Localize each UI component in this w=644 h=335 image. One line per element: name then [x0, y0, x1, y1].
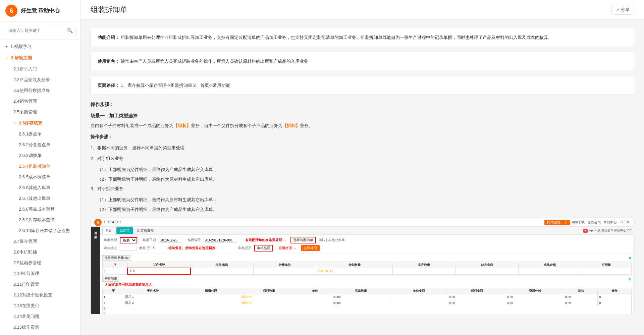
form-label-date: 单据日期	[143, 238, 156, 242]
sidebar-item-docs-214[interactable]: 2.14常见问题	[0, 311, 80, 322]
app-sidebar-item-2[interactable]: 新建单	[93, 232, 99, 234]
sidebar-item-docs-267[interactable]: 2.6.7其他出库单	[0, 193, 80, 204]
sidebar-item-docs-269[interactable]: 2.6.9库存账本查询	[0, 215, 80, 225]
sidebar-item-docs-266[interactable]: 2.6.6其他入库单	[0, 182, 80, 193]
plus-icon: +	[5, 44, 8, 49]
sidebar-item-docs-263[interactable]: 2.6.3调拨单	[0, 150, 80, 161]
td-fname: 关东	[127, 268, 190, 274]
form-status-input[interactable]	[120, 246, 137, 251]
lth-unit: 单位	[298, 288, 332, 294]
minus-icon-26: −	[13, 120, 16, 126]
share-button[interactable]: ↗ 分享	[611, 5, 634, 15]
sidebar-item-docs-2610[interactable]: 2.6.10库存账本错了怎么办	[0, 225, 80, 236]
tab-ziye[interactable]: 自页	[102, 227, 115, 234]
app-logo: 6	[94, 219, 102, 226]
sidebar-item-docs-210[interactable]: 2.10经营管理	[0, 268, 80, 279]
sidebar-item-docs-262[interactable]: 2.6.2分量盘点单	[0, 139, 80, 150]
lth-code: 编辑代码	[182, 288, 240, 294]
table-row: 3	[103, 306, 632, 311]
ltd-amt1-1: 0.00	[448, 294, 506, 300]
step2-2: （2）下部明细为子件明细，最终作为原材料生成其它出库单。	[91, 175, 634, 184]
th-fcode: 父件编码	[191, 262, 253, 268]
role-block: 使用角色： 通常由生产人员或库管人员完成拆装业务的操作，库管人员确认原材料的出库…	[91, 52, 634, 71]
close-icon[interactable]: ✕	[627, 220, 630, 225]
lower-table: 序 子件名称 编辑代码 领料数量 单位 实出数量 单位金额 领料金额	[102, 288, 632, 314]
intro-text: 组装拆卸单用来处理企业组装或拆卸等加工业务，支持有固定装配清单的产品加工业务，也…	[121, 35, 552, 40]
tab-zuzhuang[interactable]: 组装拆卸单	[135, 227, 157, 234]
search-bar[interactable]: 🔍	[0, 22, 80, 40]
intro-label: 功能介绍：	[98, 35, 119, 40]
annotation1: 有装配清单的在这里处理 ←	[245, 238, 286, 242]
sidebar-item-docs-215[interactable]: 2.15操作案例	[0, 322, 80, 333]
table-row: 1 商品 1 领料:+4, 30.00 0.00	[103, 294, 632, 300]
td-unit	[253, 268, 316, 274]
table-row: 2 商品 2 领料:+4, 30.00 0.00	[103, 300, 632, 306]
table-row: 4	[103, 311, 632, 314]
app-screenshot: 6 TEST-H002 同期游览一下 App下载 在线咨询 帮助中心 CC ✕ …	[91, 218, 634, 314]
lth-other: 划扣	[564, 288, 598, 294]
sidebar-item-docs-28[interactable]: 2.8手机旺铺	[0, 247, 80, 258]
sidebar-item-docs-261[interactable]: 2.6.1盘点单	[0, 129, 80, 139]
sidebar-item-video[interactable]: + 1.视频学习	[0, 41, 80, 52]
search-input[interactable]	[5, 26, 75, 35]
lth-price: 单位金额	[390, 288, 448, 294]
sidebar-item-docs-26[interactable]: − 2.6库存核算	[0, 117, 80, 129]
form-date-input[interactable]	[159, 238, 182, 243]
upper-section-label: 父件明细 数量 0/0	[102, 255, 131, 261]
sidebar-item-docs-268[interactable]: 2.6.8商品成本重算	[0, 204, 80, 215]
step3-1: （1）上部明细为父件明细，最终作为原材料生成其它出库单；	[91, 196, 634, 204]
logo-icon: 6	[5, 5, 17, 17]
tour-btn[interactable]: 同期游览一下	[544, 220, 570, 225]
app-company: TEST-H002	[104, 220, 121, 224]
audit-input[interactable]: 审核品用	[254, 245, 273, 252]
lth-amt1: 领料金额	[448, 288, 506, 294]
path-block: 页面路径： 1、库存核算->库存管理->组装拆卸单 2、首页->常用功能	[91, 76, 634, 95]
ltd-ops1[interactable]: ✕	[598, 294, 632, 300]
th-seq1: 序	[103, 262, 128, 268]
ltd-qty2-1: 30.00	[332, 294, 390, 300]
sidebar-item-docs-264[interactable]: 2.6.4组装拆卸单	[0, 161, 80, 172]
sidebar-item-docs-212[interactable]: 2.12系统个性化设置	[0, 290, 80, 300]
sidebar-item-docs-265[interactable]: 2.6.5成本调整单	[0, 172, 80, 182]
tab-xinjian[interactable]: 新建单	[116, 227, 133, 234]
form-code-input[interactable]	[204, 238, 237, 243]
lth-ops: 操作	[598, 288, 632, 294]
sidebar-item-docs-22[interactable]: 2.2产品安装及登录	[0, 74, 80, 85]
th-amount2: 成品金额	[518, 262, 581, 268]
sidebar-item-docs[interactable]: − 2.帮助文档	[0, 52, 80, 64]
lower-expand-icon[interactable]: ⊞	[629, 277, 632, 281]
ltd-code2	[182, 300, 240, 306]
td-seq: 1	[103, 268, 128, 274]
sidebar-item-docs-25[interactable]: 2.5采购管理	[0, 107, 80, 117]
sidebar-item-docs-24[interactable]: 2.4销售管理	[0, 96, 80, 107]
app-top-links: App下载 在线咨询 帮助中心 CC	[589, 228, 632, 233]
th-fname: 父件名称	[127, 262, 190, 268]
screenshot-wrapper: 6 TEST-H002 同期游览一下 App下载 在线咨询 帮助中心 CC ✕ …	[91, 218, 634, 314]
main-header: 组装拆卸单 ↗ 分享	[80, 0, 644, 20]
form-label-qty: 数量 元 1/1	[139, 246, 156, 250]
app-links: App下载 在线咨询 帮助中心 CC	[572, 220, 625, 225]
sidebar-item-docs-23[interactable]: 2.3使用前数据准备	[0, 85, 80, 96]
sidebar-item-docs-21[interactable]: 2.1新手入门	[0, 64, 80, 74]
sidebar-item-docs-213[interactable]: 2.13在线支付	[0, 300, 80, 311]
ltd-qty2-2: 30.00	[332, 300, 390, 306]
upper-table-section: 父件明细 数量 0/0 ⊞ 序 父件名称 父件	[102, 255, 632, 275]
select-bom-btn[interactable]: 选择装配清单	[290, 237, 316, 243]
ltd-amt1-2: 0.00	[448, 300, 506, 306]
sidebar-item-docs-211[interactable]: 2.11打印设置	[0, 279, 80, 290]
expand-icon[interactable]: ⊞	[629, 257, 632, 260]
ltd-qty1-2: 领料:+4,	[240, 300, 298, 306]
sidebar-item-docs-27[interactable]: 2.7资金管理	[0, 236, 80, 247]
table-row: 1 关东 组装:+4, 11	[103, 268, 632, 274]
scene1-title: 场景一：加工类型选择	[91, 113, 634, 119]
ltd-other2: 0.00	[564, 300, 598, 306]
lth-name: 子件名称	[124, 288, 182, 294]
confirm-btn[interactable]: 确认 | 其他业务单	[319, 238, 345, 242]
step1: 1、根据不同的业务，选择不同单据的类型来处理	[91, 144, 634, 152]
app-sidebar-item-1[interactable]: 自页	[93, 228, 99, 231]
sidebar-item-docs-29[interactable]: 2.9优惠券管理	[0, 258, 80, 268]
alert-icon: ●	[583, 229, 588, 233]
ltd-ops2[interactable]: ✕	[598, 300, 632, 306]
form-type-select[interactable]: 组装 拆卸	[120, 237, 137, 243]
process-btn[interactable]: 立即处理	[301, 245, 320, 251]
